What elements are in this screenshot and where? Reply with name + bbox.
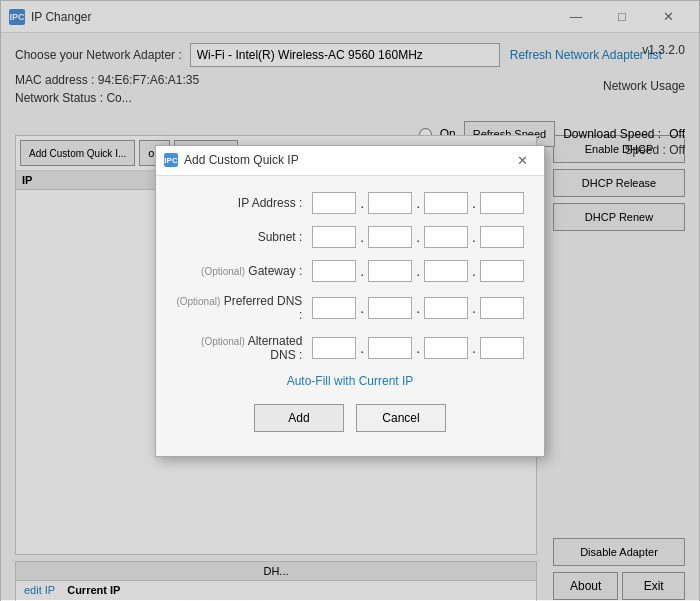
gateway-octet-3[interactable]	[424, 260, 468, 282]
auto-fill-link[interactable]: Auto-Fill with Current IP	[176, 374, 524, 388]
main-window: IPC IP Changer — □ ✕ v1.3.2.0 Choose you…	[0, 0, 700, 601]
subnet-octet-3[interactable]	[424, 226, 468, 248]
preferred-dns-inputs: . . .	[312, 297, 524, 319]
subnet-field-label: Subnet :	[176, 230, 312, 244]
alternated-dns-octet-1[interactable]	[312, 337, 356, 359]
preferred-dns-octet-3[interactable]	[424, 297, 468, 319]
gateway-octet-1[interactable]	[312, 260, 356, 282]
gateway-octet-2[interactable]	[368, 260, 412, 282]
alternated-dns-field-label: (Optional) Alternated DNS :	[176, 334, 312, 362]
alternated-dns-field-row: (Optional) Alternated DNS : . . .	[176, 334, 524, 362]
ip-address-field-row: IP Address : . . .	[176, 192, 524, 214]
alternated-dns-octet-3[interactable]	[424, 337, 468, 359]
dialog-add-button[interactable]: Add	[254, 404, 344, 432]
alternated-dns-octet-4[interactable]	[480, 337, 524, 359]
gateway-octet-4[interactable]	[480, 260, 524, 282]
ip-address-octet-1[interactable]	[312, 192, 356, 214]
subnet-octet-1[interactable]	[312, 226, 356, 248]
dialog-close-button[interactable]: ✕	[508, 147, 536, 173]
preferred-dns-octet-4[interactable]	[480, 297, 524, 319]
subnet-octet-2[interactable]	[368, 226, 412, 248]
dialog-title-bar: IPC Add Custom Quick IP ✕	[156, 146, 544, 176]
dialog-buttons: Add Cancel	[176, 404, 524, 432]
ip-address-octet-4[interactable]	[480, 192, 524, 214]
preferred-dns-field-label: (Optional) Preferred DNS :	[176, 294, 312, 322]
gateway-inputs: . . .	[312, 260, 524, 282]
subnet-octet-4[interactable]	[480, 226, 524, 248]
ip-address-inputs: . . .	[312, 192, 524, 214]
gateway-field-row: (Optional) Gateway : . . .	[176, 260, 524, 282]
ip-address-label: IP Address :	[176, 196, 312, 210]
alternated-dns-inputs: . . .	[312, 337, 524, 359]
add-custom-quick-ip-dialog: IPC Add Custom Quick IP ✕ IP Address : .…	[155, 145, 545, 457]
dialog-cancel-button[interactable]: Cancel	[356, 404, 446, 432]
gateway-field-label: (Optional) Gateway :	[176, 264, 312, 278]
preferred-dns-field-row: (Optional) Preferred DNS : . . .	[176, 294, 524, 322]
subnet-field-row: Subnet : . . .	[176, 226, 524, 248]
dialog-title: Add Custom Quick IP	[184, 153, 508, 167]
ip-address-octet-2[interactable]	[368, 192, 412, 214]
dialog-icon: IPC	[164, 153, 178, 167]
alternated-dns-octet-2[interactable]	[368, 337, 412, 359]
dialog-body: IP Address : . . . Subnet :	[156, 176, 544, 456]
preferred-dns-octet-1[interactable]	[312, 297, 356, 319]
dialog-overlay: IPC Add Custom Quick IP ✕ IP Address : .…	[1, 1, 699, 600]
ip-address-octet-3[interactable]	[424, 192, 468, 214]
subnet-inputs: . . .	[312, 226, 524, 248]
preferred-dns-octet-2[interactable]	[368, 297, 412, 319]
